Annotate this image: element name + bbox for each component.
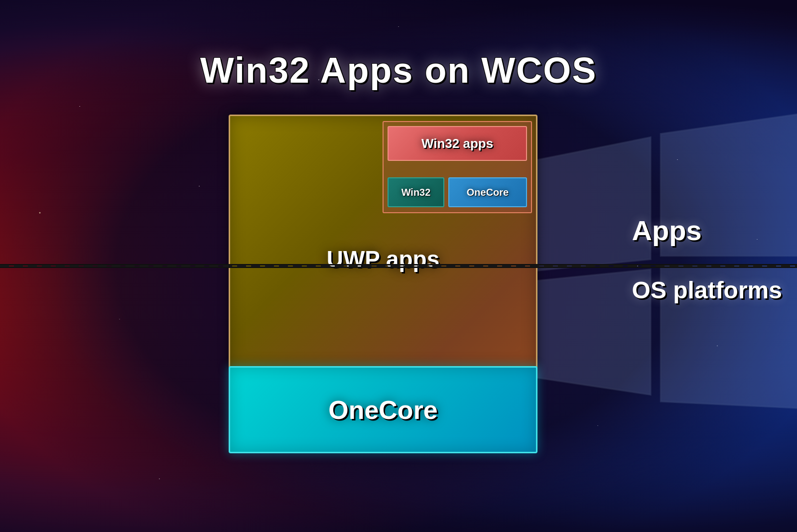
win32-apps-label: Win32 apps <box>421 136 493 151</box>
architecture-diagram: UWP apps Win32 apps Win32 OneCore OneCor… <box>229 115 537 369</box>
win32-sub-box: Win32 <box>388 177 444 207</box>
onecore-sub-label: OneCore <box>467 187 509 198</box>
win32-bottom-row: Win32 OneCore <box>388 177 527 207</box>
apps-label: Apps <box>632 214 782 247</box>
onecore-sub-box: OneCore <box>448 177 527 207</box>
win32-apps-box: Win32 apps <box>388 126 527 161</box>
right-labels-group: Apps OS platforms <box>632 214 782 304</box>
win32-sub-label: Win32 <box>401 187 431 198</box>
onecore-main-box: OneCore <box>229 366 537 453</box>
uwp-apps-box: UWP apps Win32 apps Win32 OneCore <box>229 115 537 369</box>
os-platforms-label: OS platforms <box>632 276 782 304</box>
page-title: Win32 Apps on WCOS <box>200 50 597 91</box>
win32-section-box: Win32 apps Win32 OneCore <box>383 121 532 213</box>
onecore-main-label: OneCore <box>328 395 438 425</box>
